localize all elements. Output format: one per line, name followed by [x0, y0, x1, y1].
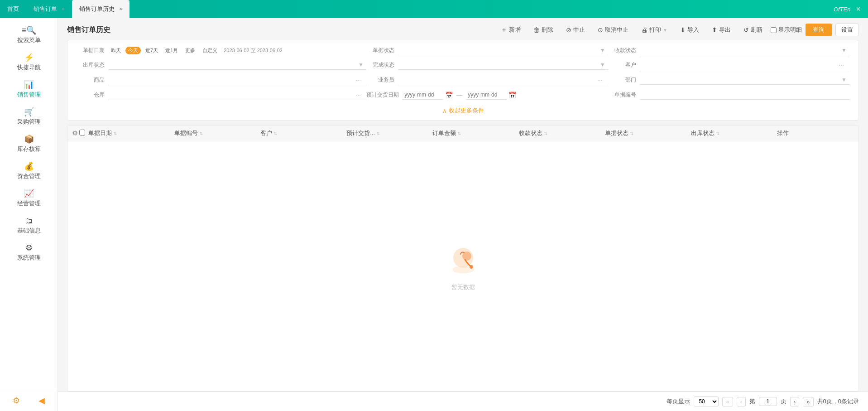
refresh-button[interactable]: ↺ 刷新 [739, 24, 767, 36]
page-prev-btn[interactable]: ‹ [737, 397, 746, 406]
sort-no[interactable]: 单据编号 ⇅ [174, 129, 203, 137]
date-tag-today[interactable]: 今天 [125, 47, 141, 54]
bill-no-input[interactable] [640, 90, 849, 100]
cancel-suspend-button[interactable]: ⊙ 取消中止 [593, 24, 633, 36]
settings-button[interactable]: 设置 [835, 24, 859, 36]
collapse-row[interactable]: ∧ 收起更多条件 [77, 105, 849, 115]
date-tag-yesterday[interactable]: 昨天 [108, 47, 124, 54]
table-header-row: ⚙ 单据日期 ⇅ 单据编号 ⇅ [67, 126, 858, 141]
import-label: 导入 [687, 26, 699, 34]
tab-sales-order-label: 销售订单 [34, 5, 57, 13]
export-button[interactable]: ⬆ 导出 [707, 24, 735, 36]
salesperson-dots-icon[interactable]: ··· [595, 76, 605, 83]
th-no-label: 单据编号 [174, 129, 198, 137]
sort-customer[interactable]: 客户 ⇅ [260, 129, 277, 137]
bill-status-select[interactable]: ▼ [398, 46, 608, 55]
data-table: ⚙ 单据日期 ⇅ 单据编号 ⇅ [67, 126, 858, 141]
date-tag-last1m[interactable]: 近1月 [163, 47, 181, 54]
base-info-icon: 🗂 [25, 217, 33, 225]
tab-sales-order-close[interactable]: × [62, 6, 65, 12]
filter-row-2: 出库状态 ▼ 完成状态 ▼ 客户 [77, 60, 849, 70]
warehouse-select[interactable]: ··· [108, 90, 366, 100]
sidebar-item-purchase-mgmt[interactable]: 🛒 采购管理 [0, 103, 58, 131]
page-input[interactable] [759, 397, 777, 406]
sort-payment-status[interactable]: 收款状态 ⇅ [519, 129, 547, 137]
sales-mgmt-icon: 📊 [24, 81, 34, 89]
date-tag-last7[interactable]: 近7天 [143, 47, 161, 54]
sidebar-item-sys-mgmt[interactable]: ⚙ 系统管理 [0, 239, 58, 266]
sidebar-item-sales-mgmt[interactable]: 📊 销售管理 [0, 76, 58, 103]
product-select[interactable]: ··· [108, 75, 366, 85]
page-first-btn[interactable]: « [722, 397, 733, 406]
per-page-select[interactable]: 50 10 20 100 [694, 396, 719, 406]
sidebar-item-operations[interactable]: 📈 经营管理 [0, 185, 58, 212]
export-icon: ⬆ [712, 26, 717, 34]
page-next-btn[interactable]: › [790, 397, 799, 406]
calendar-to-icon[interactable]: 📅 [508, 92, 516, 99]
sort-no-icon: ⇅ [199, 131, 203, 136]
sort-bill-status[interactable]: 单据状态 ⇅ [605, 129, 633, 137]
expected-date-from-input[interactable] [403, 90, 443, 100]
customer-select[interactable]: ··· [640, 60, 849, 70]
search-menu-icon: ≡🔍 [21, 26, 36, 34]
th-customer: 客户 ⇅ [256, 126, 342, 141]
print-button[interactable]: 🖨 打印 ▼ [637, 24, 672, 36]
tab-sales-order-history-close[interactable]: × [119, 6, 122, 12]
sidebar-item-sales-mgmt-label: 销售管理 [17, 91, 41, 99]
filter-row-1: 单据日期 昨天 今天 近7天 近1月 更多 自定义 2023-06-02 至 2… [77, 46, 849, 55]
department-arrow-icon: ▼ [841, 77, 847, 83]
salesperson-select[interactable]: ··· [398, 75, 608, 85]
suspend-label: 中止 [573, 26, 585, 34]
query-button[interactable]: 查询 [806, 24, 832, 36]
complete-status-select[interactable]: ▼ [398, 60, 608, 70]
th-settings: ⚙ [67, 126, 84, 141]
sidebar-item-quick-nav[interactable]: ⚡ 快捷导航 [0, 49, 58, 76]
sidebar-item-finance[interactable]: 💰 资金管理 [0, 158, 58, 185]
sidebar-item-base-info-label: 基础信息 [17, 227, 41, 235]
tab-sales-order[interactable]: 销售订单 × [26, 0, 72, 18]
sidebar-bottom: ⚙ ◀ [0, 390, 58, 411]
sidebar-collapse-icon[interactable]: ◀ [38, 396, 45, 406]
salesperson-col: 业务员 ··· [366, 75, 608, 85]
display-detail-wrap: 显示明细 [771, 26, 802, 34]
sidebar: ≡🔍 搜索菜单 ⚡ 快捷导航 📊 销售管理 🛒 采购管理 📦 库存核算 💰 资金… [0, 18, 58, 411]
expected-date-to-input[interactable] [466, 90, 507, 100]
warehouse-dots-icon[interactable]: ··· [353, 91, 364, 98]
department-select[interactable]: ▼ [640, 75, 849, 85]
import-button[interactable]: ⬇ 导入 [676, 24, 704, 36]
tab-home[interactable]: 首页 [0, 0, 26, 18]
cancel-suspend-label: 取消中止 [605, 26, 628, 34]
page-last-btn[interactable]: » [803, 397, 813, 406]
sidebar-item-inventory[interactable]: 📦 库存核算 [0, 131, 58, 158]
customer-dots-icon[interactable]: ··· [836, 61, 847, 68]
date-tag-more[interactable]: 更多 [182, 47, 198, 54]
sort-date[interactable]: 单据日期 ⇅ [88, 129, 117, 137]
tab-home-label: 首页 [7, 5, 19, 13]
th-expected: 预计交货... ⇅ [342, 126, 428, 141]
product-dots-icon[interactable]: ··· [353, 76, 364, 83]
calendar-from-icon[interactable]: 📅 [445, 92, 453, 99]
sidebar-settings-icon[interactable]: ⚙ [13, 396, 20, 406]
sidebar-item-search-menu[interactable]: ≡🔍 搜索菜单 [0, 22, 58, 49]
delete-label: 删除 [542, 26, 553, 34]
select-all-checkbox[interactable] [79, 130, 85, 135]
sort-outbound-status[interactable]: 出库状态 ⇅ [691, 129, 719, 137]
sidebar-item-base-info[interactable]: 🗂 基础信息 [0, 212, 58, 239]
date-tag-custom[interactable]: 自定义 [200, 47, 220, 54]
tab-sales-order-history[interactable]: 销售订单历史 × [72, 0, 129, 18]
complete-status-label: 完成状态 [366, 61, 398, 69]
suspend-button[interactable]: ⊘ 中止 [561, 24, 590, 36]
sort-expected[interactable]: 预计交货... ⇅ [346, 129, 380, 137]
display-detail-checkbox[interactable] [771, 27, 777, 33]
main-content: 销售订单历史 ＋ 新增 🗑 删除 ⊘ 中止 ⊙ 取消中止 [58, 18, 868, 411]
delete-button[interactable]: 🗑 删除 [529, 24, 558, 36]
outbound-status-select[interactable]: ▼ [108, 60, 366, 70]
bill-status-arrow-icon: ▼ [600, 47, 605, 53]
payment-status-select[interactable]: ▼ [640, 46, 849, 55]
often-label: OfTEn [834, 6, 851, 13]
column-settings-icon[interactable]: ⚙ [72, 129, 78, 137]
add-button[interactable]: ＋ 新增 [496, 24, 525, 36]
sort-amount[interactable]: 订单金额 ⇅ [432, 129, 461, 137]
outbound-status-arrow-icon: ▼ [358, 62, 364, 68]
window-close-btn[interactable]: × [856, 5, 861, 13]
